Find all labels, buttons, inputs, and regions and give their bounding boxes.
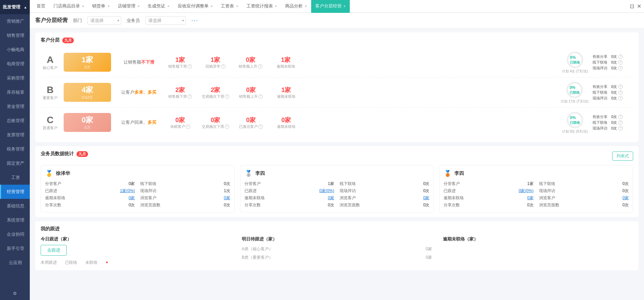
tab-payable[interactable]: 应收应付调整单× <box>174 0 217 13</box>
tier-label-c: C 普通客户 <box>41 115 60 131</box>
tier-b-stat-2[interactable]: 0家 销售额上升? <box>237 86 264 99</box>
tier-b-suggestion: 让客户多来、多买 <box>115 89 163 95</box>
tier-row-a: A 核心客户 1家 0万 让销售额不下滑 1家 销售额下滑? 1家 <box>41 47 633 77</box>
tab-payroll[interactable]: 工资表× <box>217 0 242 13</box>
staff-stats-section: 业务员数据统计 九月 列表式 🥇 徐泽华 分管客户 0家 <box>35 146 639 217</box>
info-icon[interactable]: ? <box>225 124 229 129</box>
info-icon[interactable]: ? <box>618 96 623 100</box>
sidebar-header[interactable]: 批发管理 ▲ <box>0 0 30 14</box>
close-icon[interactable]: × <box>211 4 213 8</box>
main-area: 首页 门店商品目录× 销货单× 店铺管理× 生成凭证× 应收应付调整单× 工资表… <box>30 0 644 300</box>
tab-sales-order[interactable]: 销货单× <box>88 0 113 13</box>
info-icon[interactable]: ? <box>618 126 623 131</box>
page-title: 客户分层经营 <box>35 17 68 24</box>
go-follow-btn[interactable]: 去跟进 <box>41 245 67 256</box>
tier-stat-2[interactable]: 0家 销售额上升? <box>237 56 264 69</box>
close-icon[interactable]: × <box>137 4 139 8</box>
dept-select[interactable]: 请选择 <box>87 16 121 25</box>
info-icon[interactable]: ? <box>618 85 623 89</box>
close-icon[interactable]: × <box>82 4 84 8</box>
close-icon[interactable]: × <box>275 4 277 8</box>
tab-home[interactable]: 首页 <box>33 0 49 13</box>
info-icon[interactable]: ? <box>258 64 262 69</box>
tier-c-stat-2[interactable]: 0家 已激活客户? <box>237 116 264 129</box>
info-icon[interactable]: ? <box>618 54 623 59</box>
tab-store-products[interactable]: 门店商品目录× <box>49 0 88 13</box>
sidebar-item-xsgl[interactable]: 销售管理 <box>0 28 30 43</box>
tab-product-analysis[interactable]: 商品分析× <box>281 0 311 13</box>
tier-b-count-box[interactable]: 4家 0.53万 <box>64 83 111 102</box>
tier-a-stats: 1家 销售额下滑? 1家 回购异常? 0家 销售额上升? 1家 逾期未联络 <box>167 56 557 69</box>
filter-more-btn[interactable]: ··· <box>191 17 198 24</box>
tier-stat-0[interactable]: 1家 销售额下滑? <box>167 56 194 69</box>
tier-c-stat-3[interactable]: 0家 逾期未联络 <box>273 116 300 129</box>
tier-b-stat-1[interactable]: 2家 交易频次下滑? <box>202 86 229 99</box>
sidebar-item-zz[interactable]: 总账管理 <box>0 114 30 128</box>
tab-store-manage[interactable]: 店铺管理× <box>114 0 144 13</box>
staff-month-badge: 九月 <box>77 151 88 157</box>
close-icon[interactable]: × <box>344 4 346 8</box>
info-icon[interactable]: ? <box>188 94 192 99</box>
info-icon[interactable]: ? <box>618 90 623 95</box>
sidebar-item-qyxt[interactable]: 企业协同 <box>0 227 30 241</box>
tier-a-suggestion: 让销售额不下滑 <box>115 59 163 65</box>
follow-grid: 今日跟进（家） 去跟进 本周跟进 已联络 未联络 ● 明日待跟进（家） <box>41 236 633 266</box>
tier-b-stat-3[interactable]: 1家 逾期未联络 <box>273 86 300 99</box>
info-icon[interactable]: ? <box>188 64 192 69</box>
staff-stat-row: 分管客户 0家 <box>45 181 135 187</box>
tab-close-icon[interactable]: ✕ <box>637 3 641 9</box>
sidebar-item-yxjt[interactable]: 营销推广 <box>0 14 30 28</box>
close-icon[interactable]: × <box>167 4 169 8</box>
close-icon[interactable]: × <box>236 4 238 8</box>
sidebar-item-xsyd[interactable]: 新手引导 <box>0 241 30 256</box>
sidebar-item-sw[interactable]: 税务管理 <box>0 142 30 156</box>
info-icon[interactable]: ? <box>618 66 623 70</box>
tier-c-count-box[interactable]: 0家 0万 <box>64 113 111 132</box>
sidebar-item-cg[interactable]: 采购管理 <box>0 71 30 85</box>
tab-expand-icon[interactable]: ⊡ <box>630 3 634 9</box>
sidebar-toggle-icon[interactable]: ▲ <box>24 5 27 9</box>
tier-c-stat-1[interactable]: 0家 交易频次下滑? <box>202 116 229 129</box>
today-follow-title: 今日跟进（家） <box>41 236 231 242</box>
info-icon[interactable]: ? <box>618 120 623 125</box>
medal-icon-2: 🥉 <box>444 169 452 178</box>
sidebar-item-fp[interactable]: 发票管理 <box>0 128 30 142</box>
info-icon[interactable]: ? <box>258 94 263 99</box>
close-icon[interactable]: × <box>107 4 109 8</box>
sidebar-item-yy[interactable]: 云应用 <box>0 256 30 270</box>
tab-payroll-report[interactable]: 工资统计报表× <box>242 0 281 13</box>
info-icon[interactable]: ? <box>225 94 229 99</box>
staff-header-1: 🥈 李四 <box>244 169 430 178</box>
tab-customer-tier[interactable]: 客户分层经营× <box>311 0 350 13</box>
sidebar-item-dsgla[interactable]: 电商管理 <box>0 57 30 71</box>
staff-stats-title: 业务员数据统计 九月 <box>41 151 88 157</box>
list-view-btn[interactable]: 列表式 <box>612 152 633 161</box>
info-icon[interactable]: ? <box>618 60 623 65</box>
sidebar-item-jygl[interactable]: 经营管理 <box>0 185 30 199</box>
sidebar-item-gdzc[interactable]: 固定资产 <box>0 156 30 170</box>
tier-b-stat-0[interactable]: 2家 销售额下滑? <box>167 86 194 99</box>
staff-select[interactable]: 请选择 <box>145 16 186 25</box>
tier-stat-3[interactable]: 1家 逾期未联络 <box>272 56 299 69</box>
sidebar-item-zjgl[interactable]: 资金管理 <box>0 99 30 114</box>
sidebar-item-kch[interactable]: 库存核算 <box>0 85 30 99</box>
tab-voucher[interactable]: 生成凭证× <box>144 0 173 13</box>
sidebar-item-gz[interactable]: 工资 <box>0 170 30 185</box>
info-icon[interactable]: ? <box>618 115 623 119</box>
info-icon[interactable]: ? <box>186 124 190 129</box>
sidebar-item-xtgl[interactable]: 系统管理 <box>0 213 30 227</box>
close-icon[interactable]: × <box>305 4 307 8</box>
tier-b-right-stats: 有效分享 0次? 线下联络 0次? 现场拜访 0次? <box>593 84 633 101</box>
tier-a-count-box[interactable]: 1家 0万 <box>64 53 111 72</box>
overdue-col: 逾期未联络（家） <box>443 236 633 245</box>
sidebar-item-xcdsc[interactable]: 小畅电商 <box>0 43 30 57</box>
tier-c-stat-0[interactable]: 0家 休眠客户? <box>167 116 194 129</box>
sidebar-settings[interactable]: ⚙ <box>0 287 30 300</box>
info-icon[interactable]: ? <box>221 64 226 69</box>
tier-row-b: B 重要客户 4家 0.53万 让客户多来、多买 2家 销售额下滑? 2家 <box>41 77 633 108</box>
tier-stat-1[interactable]: 1家 回购异常? <box>202 56 229 69</box>
tomorrow-follow-title: 明日待跟进（家） <box>242 236 432 242</box>
tier-c-stats: 0家 休眠客户? 0家 交易频次下滑? 0家 已激活客户? 0家 逾期未联络 <box>167 116 557 129</box>
info-icon[interactable]: ? <box>258 124 263 129</box>
sidebar-item-jcxx[interactable]: 基础信息 <box>0 199 30 213</box>
